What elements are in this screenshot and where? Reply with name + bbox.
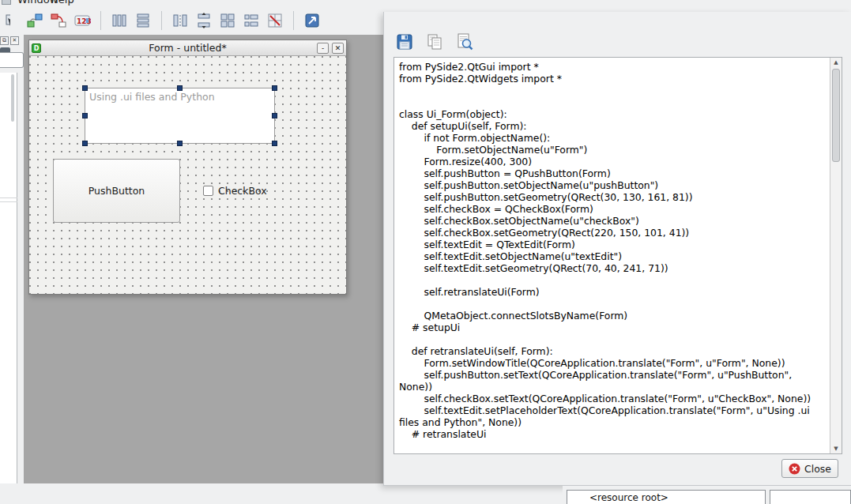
qt-designer-app: { "menubar": { "items": [ { "label": "Wi… bbox=[0, 0, 851, 504]
adjust-size-icon[interactable] bbox=[302, 10, 322, 31]
selection-handle-se[interactable] bbox=[272, 141, 277, 146]
layout-vertically-icon[interactable] bbox=[133, 10, 153, 31]
textedit-widget[interactable]: Using .ui files and Python bbox=[85, 88, 275, 144]
mdi-area: D Form - untitled* - ✕ Using .ui files a… bbox=[24, 35, 383, 483]
form-window-titlebar[interactable]: D Form - untitled* - ✕ bbox=[29, 40, 346, 56]
minimize-button[interactable]: - bbox=[317, 43, 329, 54]
layout-form-icon[interactable] bbox=[241, 10, 262, 31]
scroll-down-icon[interactable]: ▼ bbox=[830, 444, 842, 453]
edit-signals-slots-icon[interactable] bbox=[24, 10, 45, 31]
menubar-cut-icon bbox=[2, 0, 11, 5]
resource-root-item[interactable]: <resource root> bbox=[567, 492, 765, 503]
close-dialog-button[interactable]: Close bbox=[781, 459, 838, 478]
break-layout-icon[interactable] bbox=[265, 10, 285, 31]
main-toolbar: 123 bbox=[0, 6, 383, 35]
resource-side-panel[interactable] bbox=[770, 490, 851, 504]
textedit-placeholder: Using .ui files and Python bbox=[89, 91, 215, 103]
copy-icon[interactable] bbox=[424, 31, 446, 53]
close-dialog-label: Close bbox=[804, 463, 831, 475]
selection-handle-n[interactable] bbox=[177, 85, 183, 91]
selection-handle-nw[interactable] bbox=[82, 85, 88, 91]
checkbox-widget[interactable]: CheckBox bbox=[203, 175, 283, 207]
dock-close-icon[interactable]: ✕ bbox=[10, 36, 19, 45]
scrollbar-thumb[interactable] bbox=[832, 69, 840, 162]
checkbox-label: CheckBox bbox=[218, 185, 267, 197]
form-window-title: Form - untitled* bbox=[29, 42, 346, 54]
widget-filter-input[interactable] bbox=[0, 52, 24, 68]
code-preview-dialog: from PySide2.QtGui import * from PySide2… bbox=[383, 12, 851, 486]
layout-grid-icon[interactable] bbox=[217, 10, 238, 31]
menubar: Window Help bbox=[0, 0, 851, 6]
edit-widgets-icon[interactable] bbox=[0, 10, 10, 31]
selection-handle-ne[interactable] bbox=[272, 85, 277, 91]
close-icon bbox=[789, 463, 800, 475]
save-icon[interactable] bbox=[393, 31, 416, 53]
dock-float-icon[interactable]: ⧉ bbox=[0, 36, 9, 45]
resource-browser-fragment: <resource root> bbox=[563, 486, 851, 504]
layout-vertical-splitter-icon[interactable] bbox=[194, 10, 214, 31]
layout-horizontal-splitter-icon[interactable] bbox=[170, 10, 190, 31]
resource-tree[interactable]: <resource root> bbox=[567, 490, 766, 504]
form-canvas[interactable]: Using .ui files and Python PushButton Ch… bbox=[29, 56, 346, 294]
edit-tab-order-icon[interactable]: 123 bbox=[72, 10, 92, 31]
menu-help[interactable]: Help bbox=[51, 0, 74, 6]
close-button[interactable]: ✕ bbox=[332, 43, 344, 54]
selection-handle-w[interactable] bbox=[82, 113, 88, 118]
scroll-up-icon[interactable]: ▲ bbox=[830, 58, 842, 67]
widget-box-dock: ⧉ ✕ bbox=[0, 35, 24, 483]
selection-handle-sw[interactable] bbox=[82, 141, 88, 146]
find-icon[interactable] bbox=[454, 31, 476, 53]
form-window[interactable]: D Form - untitled* - ✕ Using .ui files a… bbox=[28, 39, 347, 295]
code-dialog-toolbar bbox=[393, 31, 476, 53]
pushbutton-widget[interactable]: PushButton bbox=[53, 159, 180, 223]
widget-box-list[interactable] bbox=[0, 73, 17, 483]
selection-handle-s[interactable] bbox=[177, 141, 183, 146]
edit-buddies-icon[interactable] bbox=[48, 10, 69, 31]
layout-horizontally-icon[interactable] bbox=[109, 10, 130, 31]
code-view[interactable]: from PySide2.QtGui import * from PySide2… bbox=[393, 57, 842, 454]
selection-handle-e[interactable] bbox=[272, 113, 277, 118]
code-scrollbar[interactable]: ▲ ▼ bbox=[830, 58, 842, 453]
widget-box-scrollbar[interactable] bbox=[11, 74, 14, 122]
checkbox-indicator[interactable] bbox=[203, 186, 213, 196]
svg-text:123: 123 bbox=[77, 17, 91, 25]
code-text[interactable]: from PySide2.QtGui import * from PySide2… bbox=[394, 58, 830, 453]
